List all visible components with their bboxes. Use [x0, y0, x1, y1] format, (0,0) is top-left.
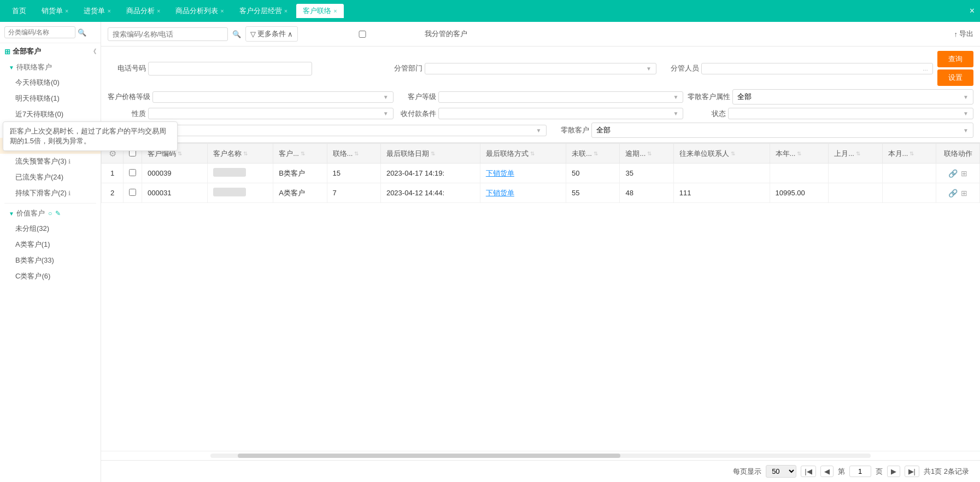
first-page-button[interactable]: |◀: [801, 466, 815, 477]
page-suffix-label: 页: [876, 467, 883, 477]
link-action-icon[interactable]: 🔗: [948, 189, 958, 198]
th-this-year: 本年... ⇅: [770, 144, 829, 164]
name-placeholder: [213, 188, 246, 196]
close-icon[interactable]: ×: [157, 8, 160, 14]
my-customers-checkbox[interactable]: 我分管的客户: [302, 29, 467, 39]
sort-icon: ⇅: [354, 150, 359, 156]
retail-attr-select[interactable]: 全部 ▼: [732, 89, 973, 104]
sidebar-item-7days-pending[interactable]: 近7天待联络(0): [0, 107, 101, 123]
sidebar-item-tomorrow-pending[interactable]: 明天待联络(1): [0, 91, 101, 107]
nav-tab-home[interactable]: 首页: [5, 4, 33, 18]
scroll-thumb[interactable]: [238, 454, 620, 458]
status-label: 状态: [688, 109, 726, 119]
sidebar-search-input[interactable]: [4, 26, 75, 38]
customer-table: ⚙ 客户编码 ⇅ 客户名称: [101, 143, 980, 203]
close-all-button[interactable]: ×: [970, 6, 975, 16]
value-group[interactable]: ▼ 价值客户 ○ ✎: [0, 206, 101, 221]
table-row: 1 000039 B类客户: [102, 164, 980, 183]
customer-level-label: 客户等级: [398, 92, 436, 102]
sort-icon: ⇅: [594, 150, 598, 156]
chevron-down-icon: ▼: [383, 111, 389, 117]
row-action: 🔗 ⊞: [936, 183, 980, 203]
sidebar-item-unclassified[interactable]: 未分组(32): [0, 221, 101, 237]
customer-level-select[interactable]: ▼: [438, 91, 684, 103]
price-level-select[interactable]: ▼: [152, 91, 394, 103]
nav-tab-purchase[interactable]: 进货单 ×: [77, 4, 117, 18]
close-icon[interactable]: ×: [65, 8, 68, 14]
row-unit-contact: 111: [673, 183, 770, 203]
branch-dept-select[interactable]: ▼: [425, 63, 656, 74]
row-select-checkbox[interactable]: [129, 189, 136, 196]
sidebar-item-already-lost[interactable]: 已流失客户(24): [0, 170, 101, 185]
chevron-down-icon: ▼: [963, 94, 969, 100]
edit2-icon[interactable]: ✎: [55, 210, 61, 217]
settings-button[interactable]: 设置: [937, 69, 973, 86]
filter-field-branch-person: 分管人员 …: [661, 63, 933, 74]
more-conditions-button[interactable]: ▽ 更多条件 ∧: [245, 26, 298, 42]
phone-input[interactable]: [148, 62, 312, 76]
nav-tab-product-analysis[interactable]: 商品分析 ×: [120, 4, 167, 18]
nav-tab-product-analysis-list[interactable]: 商品分析列表 ×: [169, 4, 230, 18]
advanced-filter: 电话号码 分管部门 ▼ 分管人员 …: [101, 47, 980, 143]
action-buttons: 查询 设置: [937, 51, 973, 86]
row-select-checkbox[interactable]: [129, 169, 136, 176]
customer-type-select[interactable]: ▼: [164, 125, 547, 136]
row-no-contact: 50: [566, 164, 620, 183]
branch-person-label: 分管人员: [661, 63, 699, 73]
th-last-month-label: 上月...: [834, 149, 854, 159]
sidebar-item-continuous-down[interactable]: 持续下滑客户(2) ℹ: [0, 185, 101, 201]
th-this-month: 本月... ⇅: [882, 144, 936, 164]
link-action-icon[interactable]: 🔗: [948, 169, 958, 178]
prev-page-button[interactable]: ◀: [820, 466, 834, 477]
page-number-input[interactable]: [849, 466, 871, 477]
sidebar-item-today-pending[interactable]: 今天待联络(0): [0, 75, 101, 91]
sidebar-item-b-class[interactable]: B类客户(33): [0, 253, 101, 269]
row-last-month: [829, 183, 882, 203]
close-icon[interactable]: ×: [284, 8, 287, 14]
sidebar-item-a-class[interactable]: A类客户(1): [0, 237, 101, 253]
export-button[interactable]: ↑ 导出: [954, 29, 974, 39]
sort-icon: ⇅: [797, 150, 801, 156]
sidebar-search-icon[interactable]: 🔍: [78, 28, 86, 37]
next-page-button[interactable]: ▶: [887, 466, 900, 477]
row-contact-count: 15: [327, 164, 380, 183]
th-customer-type: 客户... ⇅: [273, 144, 327, 164]
th-type-label: 客户...: [279, 149, 299, 159]
query-button[interactable]: 查询: [937, 51, 973, 67]
horizontal-scrollbar[interactable]: [210, 454, 871, 458]
nav-tab-sales[interactable]: 销货单 ×: [35, 4, 75, 18]
filter-row-3: 性质 ▼ 收付款条件 ▼ 状态 ▼: [108, 108, 973, 119]
pending-group[interactable]: ▼ 待联络客户: [0, 60, 101, 75]
nav-tab-customer-segment[interactable]: 客户分层经营 ×: [233, 4, 294, 18]
grid-action-icon[interactable]: ⊞: [961, 189, 967, 198]
status-select[interactable]: ▼: [728, 108, 973, 119]
edit-icon[interactable]: ○: [48, 210, 52, 217]
row-code: 000031: [142, 183, 208, 203]
search-input[interactable]: [108, 27, 228, 41]
close-icon[interactable]: ×: [333, 8, 337, 14]
row-this-year: 10995.00: [770, 183, 829, 203]
arrow-icon: ▼: [9, 65, 14, 71]
per-page-select[interactable]: 50 100 200: [766, 465, 796, 478]
row-this-month: [882, 183, 936, 203]
gender-select[interactable]: ▼: [148, 108, 394, 119]
retail-customer-select[interactable]: 全部 ▼: [591, 123, 974, 138]
grid-action-icon[interactable]: ⊞: [961, 169, 967, 178]
row-last-method: 下销货单: [480, 164, 566, 183]
table-row: 2 000031 A类客户: [102, 183, 980, 203]
last-page-button[interactable]: ▶|: [905, 466, 919, 477]
th-action: 联络动作: [936, 144, 980, 164]
th-name: 客户名称 ⇅: [208, 144, 273, 164]
sidebar-item-c-class[interactable]: C类客户(6): [0, 269, 101, 284]
sidebar-item-lost-warning[interactable]: 流失预警客户(3) ℹ: [0, 154, 101, 170]
collapse-button[interactable]: 《: [90, 48, 96, 56]
close-icon[interactable]: ×: [107, 8, 110, 14]
my-customers-check-input[interactable]: [302, 31, 422, 38]
close-icon[interactable]: ×: [220, 8, 224, 14]
payment-select[interactable]: ▼: [438, 108, 684, 119]
nav-tab-customer-contact[interactable]: 客户联络 ×: [296, 4, 343, 18]
filter-search-icon[interactable]: 🔍: [232, 30, 241, 38]
filter-field-customer-level: 客户等级 ▼: [398, 91, 684, 103]
branch-person-select[interactable]: …: [701, 63, 933, 74]
filter-field-status: 状态 ▼: [688, 108, 973, 119]
